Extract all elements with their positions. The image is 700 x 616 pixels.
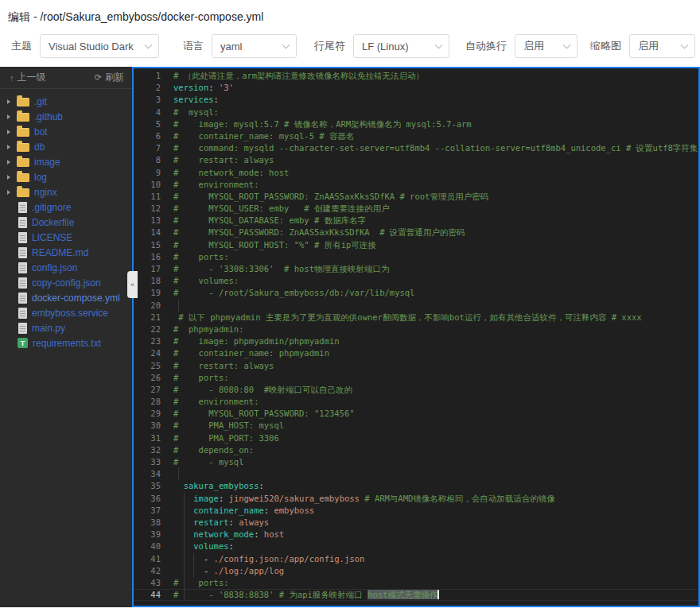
tree-folder[interactable]: .git [0, 94, 132, 109]
code-line[interactable]: 37 container_name: embyboss [134, 505, 698, 517]
tree-file[interactable]: LICENSE [0, 230, 132, 245]
code-text: # depends_on: [161, 444, 698, 456]
file-name: main.py [32, 323, 65, 334]
code-line[interactable]: 30# PMA_HOST: mysql [134, 420, 698, 432]
code-line[interactable]: 21 # 以下 phpmyadmin 主要是为了更为直观的供owner翻阅数据，… [134, 312, 698, 323]
tree-folder[interactable]: db [0, 139, 132, 154]
code-text: # mysql: [161, 107, 698, 118]
expand-arrow-icon[interactable] [7, 190, 17, 195]
code-line[interactable]: 10# environment: [134, 179, 698, 191]
language-select-value: yaml [220, 41, 242, 52]
code-line[interactable]: 25# restart: always [134, 360, 698, 372]
minimap-select[interactable]: 启用 [629, 34, 695, 58]
code-line[interactable]: 13# MYSQL_DATABASE: emby # 数据库名字 [134, 215, 698, 227]
code-text: # image: mysql:5.7 # 镜像名称，ARM架构镜像名为 mysq… [161, 118, 698, 130]
code-text: sakura_embyboss: [161, 480, 698, 492]
expand-arrow-icon[interactable] [7, 175, 17, 180]
code-line[interactable]: 14# MYSQL_PASSWORD: ZnAAS5axKksSDfKA # 设… [134, 227, 698, 238]
file-name: .git [34, 96, 47, 107]
tree-file[interactable]: README.md [0, 245, 132, 260]
tree-file[interactable]: copy-config.json [0, 275, 132, 290]
code-text: image: jingwei520/sakura_embyboss # ARM与… [161, 493, 698, 505]
expand-arrow-icon[interactable] [7, 145, 17, 149]
code-line[interactable]: 28# environment: [134, 396, 698, 408]
code-line[interactable]: 22# phpmyadmin: [134, 323, 698, 335]
code-line[interactable]: 18# volumes: [134, 275, 698, 287]
code-text: - ./log:/app/log [161, 565, 698, 577]
expand-arrow-icon[interactable] [7, 99, 17, 104]
code-line[interactable]: 23# image: phpmyadmin/phpmyadmin [134, 335, 698, 347]
code-line[interactable]: 39 network_mode: host [134, 529, 698, 540]
code-line[interactable]: 3services: [134, 94, 698, 106]
tree-folder[interactable]: .github [0, 109, 132, 124]
line-number: 3 [134, 94, 161, 106]
line-number: 9 [134, 167, 161, 179]
expand-arrow-icon[interactable] [7, 130, 17, 134]
code-line[interactable]: 44# - '8838:8838' # 为api服务映射端口 host模式无需操… [134, 589, 698, 601]
language-select[interactable]: yaml [212, 34, 297, 58]
code-line[interactable]: 16# ports: [134, 251, 698, 263]
code-editor[interactable]: 1# （此处请注意，arm架构请注意修改镜像名称以免拉错无法启动）2versio… [132, 67, 700, 607]
code-line[interactable]: 5# image: mysql:5.7 # 镜像名称，ARM架构镜像名为 mys… [134, 118, 698, 130]
word-wrap-select[interactable]: 启用 [515, 34, 578, 58]
refresh-button[interactable]: ⟳ 刷新 [95, 71, 124, 84]
expand-arrow-icon[interactable] [7, 160, 17, 165]
code-text: - ./config.json:/app/config.json [161, 553, 698, 565]
code-text: version: '3' [161, 82, 698, 94]
line-number: 40 [134, 540, 161, 552]
code-line[interactable]: 42 - ./log:/app/log [134, 565, 698, 577]
code-line[interactable]: 41 - ./config.json:/app/config.json [134, 553, 698, 565]
tree-file[interactable]: .gitignore [0, 200, 132, 215]
file-name: Dockerfile [32, 217, 74, 228]
code-line[interactable]: 34 [134, 468, 698, 480]
tree-folder[interactable]: image [0, 154, 132, 169]
tree-file[interactable]: docker-compose.yml [0, 290, 132, 305]
line-number: 35 [134, 480, 161, 492]
code-line[interactable]: 6# container_name: mysql-5 # 容器名 [134, 130, 698, 142]
code-line[interactable]: 33# - mysql [134, 456, 698, 468]
theme-select[interactable]: Visual Studio Dark [40, 34, 159, 58]
code-line[interactable]: 24# container_name: phpmyadmin [134, 347, 698, 359]
code-line[interactable]: 36 image: jingwei520/sakura_embyboss # A… [134, 493, 698, 505]
code-line[interactable]: 11# MYSQL_ROOT_PASSWORD: ZnAAS5axKksSDfK… [134, 191, 698, 203]
code-line[interactable]: 43# ports: [134, 577, 698, 589]
code-line[interactable]: 17# - '3308:3306' # host物理直接映射端口为 [134, 263, 698, 275]
code-line[interactable]: 9# network_mode: host [134, 167, 698, 179]
code-line[interactable]: 1# （此处请注意，arm架构请注意修改镜像名称以免拉错无法启动） [134, 70, 698, 82]
code-line[interactable]: 38 restart: always [134, 517, 698, 529]
file-name: db [34, 141, 45, 153]
editor-workspace: ↑ 上一级 ⟳ 刷新 .git.githubbotdbimagelognginx… [0, 67, 700, 607]
code-line[interactable]: 26# ports: [134, 372, 698, 384]
code-line[interactable]: 29# MYSQL_ROOT_PASSWORD: "123456" [134, 408, 698, 420]
code-line[interactable]: 4# mysql: [134, 107, 698, 118]
expand-arrow-icon[interactable] [7, 114, 17, 119]
tree-file[interactable]: embyboss.service [0, 305, 132, 320]
line-number: 26 [134, 372, 161, 384]
line-ending-select[interactable]: LF (Linux) [353, 34, 449, 58]
code-line[interactable]: 12# MYSQL_USER: emby # 创建需要连接的用户 [134, 203, 698, 215]
code-line[interactable]: 2version: '3' [134, 82, 698, 94]
code-line[interactable]: 32# depends_on: [134, 444, 698, 456]
sidebar-collapse-handle[interactable]: « [127, 271, 138, 298]
line-number: 27 [134, 384, 161, 396]
code-line[interactable]: 35 sakura_embyboss: [134, 480, 698, 492]
code-line[interactable]: 15# MYSQL_ROOT_HOST: "%" # 所有ip可连接 [134, 239, 698, 251]
tree-folder[interactable]: bot [0, 124, 132, 139]
tree-file[interactable]: main.py [0, 320, 132, 335]
tree-folder[interactable]: log [0, 169, 132, 184]
code-line[interactable]: 40 volumes: [134, 540, 698, 552]
indent-guide-line [193, 565, 194, 577]
tree-file[interactable]: config.json [0, 260, 132, 275]
code-line[interactable]: 31# PMA_PORT: 3306 [134, 432, 698, 444]
code-line[interactable]: 7# command: mysqld --character-set-serve… [134, 142, 698, 154]
code-text: # MYSQL_ROOT_PASSWORD: "123456" [161, 408, 698, 420]
up-arrow-icon: ↑ [10, 73, 14, 83]
parent-dir-button[interactable]: ↑ 上一级 [10, 71, 46, 84]
code-line[interactable]: 20 [134, 300, 698, 312]
code-line[interactable]: 8# restart: always [134, 154, 698, 166]
code-line[interactable]: 27# - 8080:80 #映射端口可以自己改的 [134, 384, 698, 396]
code-line[interactable]: 19# - /root/Sakura_embyboss/db:/var/lib/… [134, 287, 698, 299]
tree-folder[interactable]: nginx [0, 184, 132, 200]
tree-file[interactable]: Dockerfile [0, 215, 132, 230]
tree-file[interactable]: Trequirements.txt [0, 335, 132, 351]
